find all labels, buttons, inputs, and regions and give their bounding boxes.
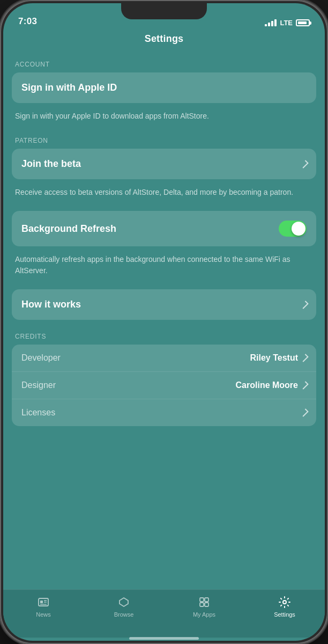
- settings-scroll[interactable]: ACCOUNT Sign in with Apple ID Sign in wi…: [3, 52, 325, 589]
- join-beta-card: Join the beta: [12, 149, 316, 179]
- svg-rect-5: [200, 598, 204, 602]
- phone-screen: 7:03 LTE Settings ACCOUNT: [3, 3, 325, 641]
- licenses-value-container: [302, 409, 307, 416]
- join-beta-label: Join the beta: [21, 158, 81, 170]
- svg-rect-1: [40, 601, 43, 603]
- phone-frame: 7:03 LTE Settings ACCOUNT: [0, 0, 328, 644]
- toggle-knob: [292, 222, 305, 236]
- svg-rect-0: [39, 598, 48, 606]
- settings-tab-icon: [278, 595, 292, 609]
- developer-value: Riley Testut: [250, 353, 299, 363]
- battery-icon: [296, 19, 310, 26]
- background-refresh-card: Background Refresh: [12, 211, 316, 246]
- home-indicator: [3, 638, 325, 641]
- sign-in-row[interactable]: Sign in with Apple ID: [12, 72, 316, 103]
- svg-rect-7: [200, 603, 204, 606]
- account-section-label: ACCOUNT: [12, 52, 316, 72]
- designer-row[interactable]: Designer Caroline Moore: [12, 371, 316, 399]
- how-it-works-label: How it works: [21, 299, 81, 310]
- status-right-icons: LTE: [265, 19, 310, 27]
- signal-icon: [265, 19, 277, 26]
- how-it-works-card: How it works: [12, 289, 316, 320]
- tab-settings[interactable]: Settings: [244, 594, 325, 618]
- licenses-key: Licenses: [21, 408, 55, 418]
- licenses-chevron: [300, 408, 309, 417]
- how-it-works-chevron: [300, 301, 309, 309]
- svg-rect-8: [205, 603, 208, 606]
- page-title: Settings: [145, 33, 184, 44]
- svg-rect-6: [205, 598, 208, 602]
- tab-news[interactable]: News: [3, 594, 84, 618]
- developer-key: Developer: [21, 353, 61, 363]
- chevron-icon: [300, 160, 309, 169]
- browse-tab-icon: [117, 595, 131, 609]
- news-tab-label: News: [36, 611, 51, 618]
- home-indicator-bar: [129, 637, 199, 640]
- browse-tab-label: Browse: [114, 611, 134, 618]
- tab-bar: News Browse: [3, 589, 325, 638]
- lte-label: LTE: [280, 19, 293, 27]
- join-beta-row[interactable]: Join the beta: [12, 149, 316, 179]
- background-refresh-row[interactable]: Background Refresh: [12, 211, 316, 246]
- background-refresh-label: Background Refresh: [21, 223, 116, 235]
- credits-section-label: CREDITS: [12, 324, 316, 345]
- background-refresh-desc: Automatically refresh apps in the backgr…: [12, 251, 316, 283]
- developer-chevron: [300, 354, 309, 362]
- myapps-tab-label: My Apps: [193, 611, 215, 618]
- patreon-section-label: PATREON: [12, 128, 316, 149]
- tab-browse[interactable]: Browse: [84, 594, 164, 618]
- sign-in-desc: Sign in with your Apple ID to download a…: [12, 107, 316, 128]
- myapps-tab-icon: [197, 595, 211, 609]
- developer-row[interactable]: Developer Riley Testut: [12, 345, 316, 371]
- tab-myapps[interactable]: My Apps: [164, 594, 244, 618]
- licenses-row[interactable]: Licenses: [12, 399, 316, 426]
- nav-title: Settings: [3, 30, 325, 52]
- settings-tab-label: Settings: [274, 611, 295, 618]
- developer-value-container: Riley Testut: [250, 353, 307, 363]
- status-time: 7:03: [18, 16, 37, 27]
- designer-key: Designer: [21, 380, 56, 390]
- join-beta-desc: Receive access to beta versions of AltSt…: [12, 184, 316, 204]
- sign-in-card: Sign in with Apple ID: [12, 72, 316, 103]
- news-tab-icon: [36, 595, 50, 609]
- notch: [121, 3, 207, 19]
- sign-in-label: Sign in with Apple ID: [21, 82, 117, 93]
- how-it-works-row[interactable]: How it works: [12, 289, 316, 320]
- designer-value: Caroline Moore: [236, 380, 298, 390]
- svg-point-9: [283, 601, 286, 604]
- designer-chevron: [300, 381, 309, 390]
- designer-value-container: Caroline Moore: [236, 380, 307, 390]
- credits-card: Developer Riley Testut Designer Caroline…: [12, 345, 316, 426]
- background-refresh-toggle[interactable]: [279, 221, 307, 237]
